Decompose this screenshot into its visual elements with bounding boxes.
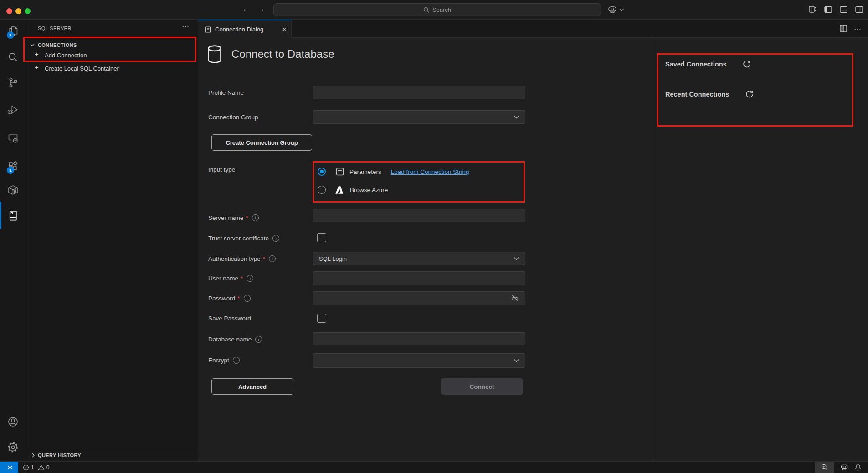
trust-server-certificate-checkbox[interactable] <box>317 233 326 242</box>
connection-dialog-webview: Connect to Database Profile Name Connect… <box>198 38 868 461</box>
remote-explorer-icon[interactable] <box>7 132 19 144</box>
search-input[interactable]: Search <box>273 3 601 16</box>
input-type-browse-azure-option[interactable]: Browse Azure <box>313 183 388 197</box>
radio-unselected-icon[interactable] <box>318 186 326 194</box>
remote-indicator[interactable] <box>0 462 18 473</box>
azure-icon <box>334 186 344 194</box>
info-icon[interactable]: i <box>247 275 253 282</box>
toggle-secondary-sidebar-icon[interactable] <box>855 6 863 13</box>
containers-icon[interactable] <box>7 184 19 196</box>
query-history-section-header[interactable]: QUERY HISTORY <box>26 449 198 461</box>
tab-bar: Connection Dialog × ⋯ <box>198 20 868 38</box>
search-placeholder: Search <box>432 6 451 13</box>
tab-close-icon[interactable]: × <box>282 25 287 33</box>
zoom-button[interactable] <box>815 462 834 473</box>
copilot-status-icon[interactable] <box>840 463 849 471</box>
user-name-input[interactable] <box>313 271 525 285</box>
connection-group-dropdown[interactable] <box>313 110 525 124</box>
sql-server-view-icon[interactable] <box>7 209 19 222</box>
parameters-label: Parameters <box>349 168 381 175</box>
server-name-label: Server name* i <box>208 213 259 222</box>
extensions-badge: 1 <box>7 167 14 174</box>
active-view-indicator <box>0 202 1 229</box>
encrypt-label: Encrypt i <box>208 356 240 365</box>
server-name-input[interactable] <box>313 209 525 222</box>
saved-connections-header: Saved Connections <box>665 61 727 68</box>
load-from-connection-string-link[interactable]: Load from Connection String <box>391 168 469 175</box>
page-title: Connect to Database <box>231 48 334 61</box>
info-icon[interactable]: i <box>255 336 262 343</box>
tab-connection-dialog[interactable]: Connection Dialog × <box>198 20 292 38</box>
create-connection-group-button[interactable]: Create Connection Group <box>211 134 312 151</box>
plus-icon: + <box>35 63 39 71</box>
copilot-icon[interactable] <box>607 5 617 14</box>
sidebar-item-create-local-sql-container[interactable]: + Create Local SQL Container <box>26 63 198 74</box>
split-editor-icon[interactable] <box>839 25 847 33</box>
search-icon <box>423 7 430 13</box>
source-control-icon[interactable] <box>7 76 19 89</box>
editor-area: Connection Dialog × ⋯ <box>198 20 868 461</box>
toggle-panel-icon[interactable] <box>840 6 847 13</box>
profile-name-input[interactable] <box>313 86 525 99</box>
authentication-type-dropdown[interactable]: SQL Login <box>313 252 525 265</box>
back-arrow-icon[interactable]: ← <box>242 4 250 14</box>
refresh-recent-connections-icon[interactable] <box>745 90 754 98</box>
save-password-label: Save Password <box>208 314 251 323</box>
browse-azure-label: Browse Azure <box>350 187 388 193</box>
recent-connections-header: Recent Connections <box>665 91 729 98</box>
info-icon[interactable]: i <box>252 214 259 221</box>
database-name-input[interactable] <box>313 332 525 345</box>
sidebar-item-add-connection[interactable]: + Add Connection <box>26 50 198 61</box>
forward-arrow-icon[interactable]: → <box>257 4 265 14</box>
run-debug-icon[interactable] <box>7 104 19 116</box>
traffic-light-minimize-icon[interactable] <box>15 8 21 14</box>
problems-indicator[interactable]: 1 0 <box>23 464 49 471</box>
trust-server-certificate-label: Trust server certificate i <box>208 234 279 243</box>
connections-section-label: CONNECTIONS <box>38 42 77 48</box>
traffic-light-zoom-icon[interactable] <box>25 8 31 14</box>
settings-gear-icon[interactable] <box>7 441 19 453</box>
chevron-down-icon <box>514 257 519 261</box>
password-input[interactable] <box>313 291 525 305</box>
traffic-light-close-icon[interactable] <box>6 8 12 14</box>
vscode-window: ← → Search <box>0 0 868 473</box>
plus-icon: + <box>35 50 39 58</box>
refresh-saved-connections-icon[interactable] <box>743 60 751 68</box>
sidebar-more-actions-icon[interactable]: ⋯ <box>182 22 190 31</box>
input-type-label: Input type <box>208 165 235 174</box>
input-type-parameters-option[interactable]: Parameters Load from Connection String <box>313 165 469 178</box>
accounts-icon[interactable] <box>7 416 19 428</box>
info-icon[interactable]: i <box>272 235 279 242</box>
advanced-button[interactable]: Advanced <box>211 378 293 395</box>
query-history-label: QUERY HISTORY <box>38 453 81 458</box>
authentication-type-label: Authentication type* i <box>208 254 276 263</box>
database-name-label: Database name i <box>208 335 262 344</box>
panel-divider <box>655 38 655 461</box>
notifications-bell-icon[interactable] <box>854 464 862 471</box>
database-icon <box>206 45 223 64</box>
sidebar-title: SQL SERVER <box>38 25 72 31</box>
encrypt-dropdown[interactable] <box>313 353 525 368</box>
connections-section-header[interactable]: CONNECTIONS <box>26 40 198 51</box>
toggle-password-visibility-icon[interactable] <box>510 294 519 303</box>
editor-more-actions-icon[interactable]: ⋯ <box>854 25 862 33</box>
remote-icon <box>5 464 13 471</box>
toggle-primary-sidebar-icon[interactable] <box>824 6 832 13</box>
chevron-right-icon <box>31 453 36 458</box>
warnings-icon <box>38 464 45 471</box>
connect-button[interactable]: Connect <box>441 378 523 395</box>
warnings-count: 0 <box>46 464 50 471</box>
copilot-chevron-down-icon[interactable] <box>619 8 624 12</box>
chevron-down-icon <box>514 115 519 119</box>
save-password-checkbox[interactable] <box>317 314 326 323</box>
customize-layout-icon[interactable] <box>809 6 817 13</box>
zoom-in-icon <box>821 463 828 471</box>
chevron-down-icon <box>514 359 519 363</box>
chevron-down-icon <box>30 42 35 48</box>
radio-selected-icon[interactable] <box>318 168 326 176</box>
activity-bar: 1 <box>0 20 26 461</box>
info-icon[interactable]: i <box>233 357 240 364</box>
info-icon[interactable]: i <box>244 295 251 302</box>
info-icon[interactable]: i <box>269 255 276 262</box>
search-view-icon[interactable] <box>7 51 19 63</box>
